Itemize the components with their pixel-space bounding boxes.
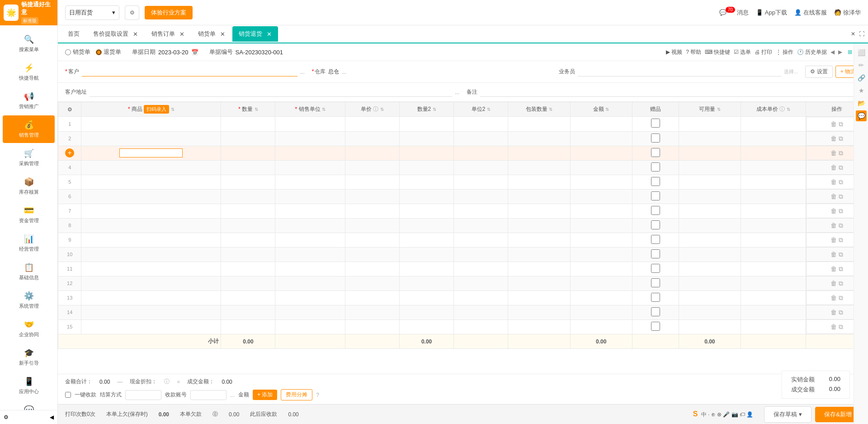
app-download-group[interactable]: 📱 App下载 [756,9,787,17]
add-row-btn[interactable]: + [65,148,74,157]
sidebar-item-purchase[interactable]: 🛒 采购管理 [3,144,55,172]
unit-cell[interactable] [275,160,345,175]
product-cell[interactable] [81,247,221,262]
copy-row-icon[interactable]: ⧉ [839,222,843,229]
print-btn[interactable]: 🖨 打印 [755,48,772,56]
quantity-cell[interactable] [221,146,275,160]
amount-cell[interactable] [570,189,632,204]
price-cell[interactable] [345,233,399,247]
unit2-sort[interactable]: ⇅ [487,107,491,112]
gift-cell[interactable] [632,131,679,146]
delete-row-icon[interactable]: 🗑 [830,149,837,157]
gift-cell[interactable] [632,204,679,218]
delete-row-icon[interactable]: 🗑 [830,222,837,229]
amount-cell[interactable] [570,276,632,291]
rfloat-btn-4[interactable]: ★ [856,85,867,96]
gift-checkbox[interactable] [651,249,660,258]
copy-row-icon[interactable]: ⧉ [839,294,843,302]
calc-method-input[interactable] [125,390,161,400]
unit2-cell[interactable] [454,160,508,175]
product-cell[interactable] [81,160,221,175]
gift-cell[interactable] [632,218,679,233]
product-cell[interactable] [81,175,221,189]
gift-checkbox[interactable] [651,322,660,331]
gift-checkbox[interactable] [651,307,660,316]
qty2-sort[interactable]: ⇅ [433,107,436,112]
delete-row-icon[interactable]: 🗑 [830,323,837,330]
product-cell[interactable] [81,117,221,132]
gift-checkbox[interactable] [651,235,660,244]
warehouse-dots[interactable]: ... [342,69,346,75]
gift-checkbox[interactable] [651,206,660,215]
gift-cell[interactable] [632,175,679,189]
delete-row-icon[interactable]: 🗑 [830,280,837,287]
amount-cell[interactable] [570,204,632,218]
qty2-cell[interactable] [400,117,454,132]
amount-cell[interactable] [570,291,632,305]
sidebar-item-guide[interactable]: 🎓 新手引导 [3,343,55,371]
delete-row-icon[interactable]: 🗑 [830,135,837,142]
price-cell[interactable] [345,247,399,262]
unit-cell[interactable] [275,262,345,276]
sidebar-item-enterprise[interactable]: 🤝 企业协同 [3,315,55,343]
add-btn[interactable]: + 添加 [253,390,277,400]
unit-cell[interactable] [275,291,345,305]
delete-row-icon[interactable]: 🗑 [830,236,837,243]
product-input[interactable] [119,148,183,157]
delete-row-icon[interactable]: 🗑 [830,207,837,214]
product-cell[interactable] [81,218,221,233]
scan-btn[interactable]: 扫码录入 [144,105,169,114]
qty2-cell[interactable] [400,204,454,218]
unit-sort[interactable]: ⇅ [322,107,326,112]
col-settings[interactable]: ⚙ [58,102,81,117]
gift-cell[interactable] [632,189,679,204]
quantity-cell[interactable] [221,291,275,305]
gift-cell[interactable] [632,233,679,247]
unit-cell[interactable] [275,276,345,291]
delete-row-icon[interactable]: 🗑 [830,178,837,186]
qty2-cell[interactable] [400,305,454,319]
qty-sort[interactable]: ⇅ [255,107,258,112]
tab-sales-order-close[interactable]: ✕ [179,31,184,38]
copy-row-icon[interactable]: ⧉ [839,251,843,258]
amount-cell[interactable] [570,117,632,132]
unit2-cell[interactable] [454,175,508,189]
quantity-cell[interactable] [221,262,275,276]
price-cell[interactable] [345,319,399,334]
delete-row-icon[interactable]: 🗑 [830,120,837,128]
amount-cell[interactable] [570,247,632,262]
tab-close-window[interactable]: ✕ [851,31,855,37]
price-cell[interactable] [345,146,399,160]
unit-cell[interactable] [275,247,345,262]
unit-cell[interactable] [275,319,345,334]
qty2-cell[interactable] [400,276,454,291]
copy-row-icon[interactable]: ⧉ [839,120,843,128]
customer-dots[interactable]: ... [300,69,305,75]
sidebar-item-marketing[interactable]: 📢 营销推广 [3,87,55,114]
account-input[interactable] [190,390,226,400]
qty2-cell[interactable] [400,319,454,334]
sidebar-item-app[interactable]: 📱 应用中心 [3,372,55,400]
price-cell[interactable] [345,189,399,204]
notes-input[interactable] [480,87,861,97]
qty2-cell[interactable] [400,160,454,175]
amount-cell[interactable] [570,175,632,189]
unit2-cell[interactable] [454,218,508,233]
copy-row-icon[interactable]: ⧉ [839,135,843,143]
delete-row-icon[interactable]: 🗑 [830,251,837,258]
prev-record-btn[interactable]: ◀ [830,49,835,55]
quantity-cell[interactable] [221,218,275,233]
user-group[interactable]: 🧑 徐泽华 [834,9,861,17]
copy-row-icon[interactable]: ⧉ [839,236,843,244]
price-cell[interactable] [345,305,399,319]
pkg-cell[interactable] [508,247,570,262]
gift-cell[interactable] [632,146,679,160]
unit2-cell[interactable] [454,291,508,305]
unit-cell[interactable] [275,305,345,319]
quantity-cell[interactable] [221,189,275,204]
quantity-cell[interactable] [221,305,275,319]
pkg-cell[interactable] [508,146,570,160]
history-btn[interactable]: 🕐 历史单据 [797,48,827,56]
copy-row-icon[interactable]: ⧉ [839,265,843,273]
save-draft-btn[interactable]: 保存草稿 ▾ [764,406,811,423]
